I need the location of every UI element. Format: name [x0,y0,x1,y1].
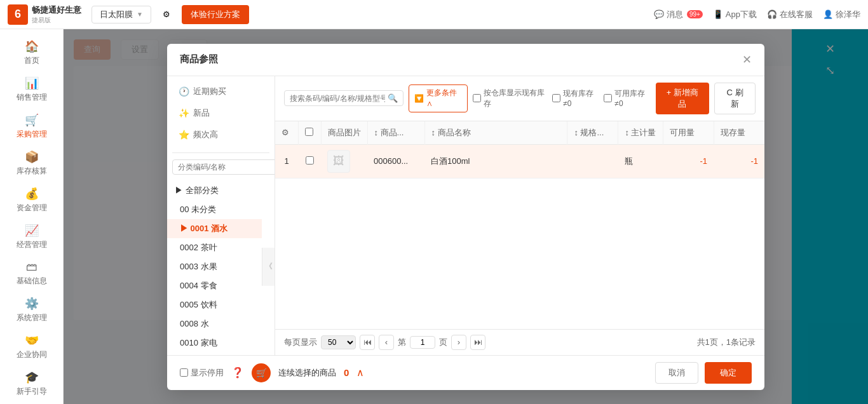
modal-collapse-button[interactable]: 《 [262,248,275,286]
category-fruit-label: 0003 水果 [180,261,217,273]
refresh-button[interactable]: C 刷新 [714,83,756,114]
col-header-spec[interactable]: ↕ 规格... [567,121,618,145]
sidebar-item-basic-info[interactable]: 🗃 基础信息 [0,255,63,292]
display-disabled-input[interactable] [180,368,188,377]
cart-text-label: 连续选择的商品 [278,367,336,379]
last-page-button[interactable]: ⏭ [470,335,485,350]
col-header-settings[interactable]: ⚙ [275,121,298,145]
sidebar-item-guide[interactable]: 🎓 新手引导 [0,365,63,402]
category-uncategorized-label: 00 未分类 [180,204,216,215]
row-code-cell: 000600... [367,144,424,178]
sidebar-label-finance: 资金管理 [17,203,47,213]
nav-dropdown[interactable]: 日太阳膜 ▼ [92,6,151,24]
category-tea[interactable]: 0002 茶叶 [167,238,262,257]
inventory-icon: 📦 [25,150,39,164]
sidebar-item-operations[interactable]: 📈 经营管理 [0,219,63,255]
modal-overlay: 商品参照 ✕ 🕐 近期购买 ✨ [64,29,868,404]
sidebar-item-enterprise[interactable]: 🤝 企业协同 [0,328,63,365]
sidebar-item-finance[interactable]: 💰 资金管理 [0,182,63,219]
app-download-icon: 📱 [713,10,723,19]
finance-icon: 💰 [25,187,39,201]
checkbox-current-stock-label: 现有库存≠0 [563,88,599,108]
product-search-icon[interactable]: 🔍 [388,93,398,103]
footer-collapse-icon[interactable]: ∧ [356,367,364,379]
modal-right-panel: 🔍 🔽 更多条件 ∧ 按仓库显示现有库存 [275,76,764,355]
category-water[interactable]: 0008 水 [167,314,262,333]
nav-app-download-button[interactable]: 📱 App下载 [713,9,757,20]
page-label: 第 [398,337,406,348]
category-snacks[interactable]: 0004 零食 [167,276,262,295]
col-header-code[interactable]: ↕ 商品... [367,121,424,145]
checkbox-available-stock[interactable]: 可用库存≠0 [604,88,650,108]
category-alcohol[interactable]: ▶ 0001 酒水 [167,219,262,238]
sidebar-label-inventory: 库存核算 [17,166,47,177]
checkbox-current-stock[interactable]: 现有库存≠0 [552,88,599,108]
select-all-checkbox[interactable] [305,128,313,136]
checkbox-warehouse-stock[interactable]: 按仓库显示现有库存 [473,88,547,109]
category-uncategorized[interactable]: 00 未分类 [167,200,262,219]
add-product-button[interactable]: + 新增商品 [656,83,710,114]
category-fruit[interactable]: 0003 水果 [167,257,262,276]
checkbox-warehouse-stock-input[interactable] [473,94,481,102]
modal-close-button[interactable]: ✕ [742,53,752,67]
category-beverages[interactable]: 0005 饮料 [167,295,262,314]
category-water-label: 0008 水 [180,318,209,330]
category-all[interactable]: ▶ 全部分类 [167,181,262,200]
operations-icon: 📈 [25,224,39,238]
sidebar-item-sales[interactable]: 📊 销售管理 [0,71,63,108]
nav-user-button[interactable]: 👤 徐泽华 [823,9,860,20]
filter-icon: 🔽 [414,94,424,103]
sidebar-item-system[interactable]: ⚙️ 系统管理 [0,292,63,328]
filter-more-button[interactable]: 🔽 更多条件 ∧ [409,84,468,112]
sidebar-item-home[interactable]: 🏠 首页 [0,34,63,71]
modal-left-panel: 🕐 近期购买 ✨ 新品 ⭐ 频次高 [167,76,275,355]
modal-left-tree: ▶ 全部分类 00 未分类 ▶ 0001 酒水 0002 茶叶 [167,178,262,355]
modal-footer: 显示停用 ❓ 🛒 连续选择的商品 0 ∧ 取消 确定 [167,355,764,390]
logo-text-area: 畅捷通好生意 捷易版 [32,4,81,25]
checkbox-current-stock-input[interactable] [552,94,560,102]
next-page-button[interactable]: › [451,335,466,350]
modal-tab-recent[interactable]: 🕐 近期购买 [172,81,269,102]
page-number-input[interactable] [410,336,435,349]
col-header-unit[interactable]: ↕ 主计量 [618,121,663,145]
col-header-name[interactable]: ↕ 商品名称 [424,121,567,145]
help-icon[interactable]: ❓ [231,367,244,379]
nav-settings-icon[interactable]: ⚙ [156,4,177,25]
prev-page-button[interactable]: ‹ [379,335,394,350]
sidebar-label-sales: 销售管理 [17,92,47,103]
first-page-button[interactable]: ⏮ [360,335,375,350]
row-unit-cell: 瓶 [618,144,663,178]
modal-left-inner: ▶ 全部分类 00 未分类 ▶ 0001 酒水 0002 茶叶 [167,178,275,355]
sidebar-label-operations: 经营管理 [17,239,47,250]
nav-messages-button[interactable]: 💬 消息 99+ [654,9,703,20]
new-icon: ✨ [179,108,189,118]
nav-right-area: 💬 消息 99+ 📱 App下载 🎧 在线客服 👤 徐泽华 [654,9,860,20]
sidebar-item-inventory[interactable]: 📦 库存核算 [0,145,63,182]
product-image: 🖼 [327,150,350,173]
logo-sub: 捷易版 [32,16,81,25]
row-checkbox[interactable] [306,156,314,165]
row-image-cell: 🖼 [321,144,367,178]
table-row[interactable]: 1 🖼 00 [275,144,764,178]
display-disabled-checkbox[interactable]: 显示停用 [180,367,224,379]
category-search-input[interactable] [172,159,275,175]
product-search-input[interactable] [290,94,385,103]
cancel-button[interactable]: 取消 [655,362,698,384]
service-icon: 🎧 [767,10,777,19]
per-page-select[interactable]: 50 100 [321,335,356,349]
nav-service-button[interactable]: 🎧 在线客服 [767,9,813,20]
confirm-button[interactable]: 确定 [705,362,752,384]
checkbox-available-stock-input[interactable] [604,94,612,102]
row-stock-cell: -1 [714,144,764,178]
modal-toolbar: 🔍 🔽 更多条件 ∧ 按仓库显示现有库存 [275,76,764,121]
sidebar-item-purchase[interactable]: 🛒 采购管理 [0,108,63,145]
nav-experience-button[interactable]: 体验行业方案 [182,5,249,24]
col-header-image: 商品图片 [321,121,367,145]
row-checkbox-cell[interactable] [298,144,321,178]
modal-tab-new[interactable]: ✨ 新品 [172,103,269,123]
modal-tab-frequent[interactable]: ⭐ 频次高 [172,125,269,145]
modal-tab-new-label: 新品 [193,107,210,119]
system-icon: ⚙️ [25,297,39,311]
cart-icon[interactable]: 🛒 [252,363,271,382]
category-appliances[interactable]: 0010 家电 [167,333,262,353]
